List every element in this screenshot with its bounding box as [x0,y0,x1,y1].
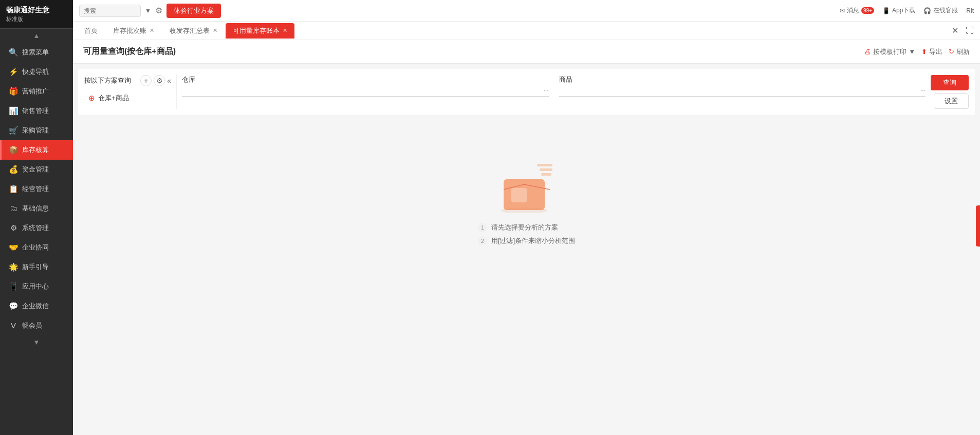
tab-close-all-btn[interactable]: ✕ [950,25,960,36]
warehouse-input-wrapper: ··· [182,86,549,97]
empty-illustration [496,161,558,213]
sidebar-item-system[interactable]: ⚙ 系统管理 [0,218,73,238]
handshake-icon: 🤝 [9,243,18,252]
sidebar-scroll-up[interactable]: ▲ [0,29,73,43]
tip-num-1: 1 [478,223,487,232]
topbar-settings-icon[interactable]: ⚙ [155,6,162,15]
tab-available-inventory[interactable]: 可用量库存账本 ✕ [226,23,294,39]
tab-close-icon[interactable]: ✕ [213,27,217,34]
gear-icon: ⚙ [9,223,18,233]
online-service-btn[interactable]: 🎧 在线客服 [923,6,958,15]
tab-close-icon[interactable]: ✕ [150,27,154,34]
chart-icon: 📊 [9,106,18,116]
page-title: 可用量查询(按仓库+商品) [83,46,176,57]
sidebar-item-operations[interactable]: 📋 经营管理 [0,179,73,199]
sidebar: 畅康通好生意 标准版 ▲ 🔍 搜索菜单 ⚡ 快捷导航 🎁 营销推广 📊 销售管理… [0,0,73,435]
scheme-settings-btn[interactable]: ⚙ [154,75,165,86]
print-action[interactable]: 🖨 按模板打印 ▼ [864,47,915,56]
sidebar-item-quicknav[interactable]: ⚡ 快捷导航 [0,62,73,82]
svg-rect-2 [541,173,551,176]
product-more-btn[interactable]: ··· [920,87,926,94]
tab-home[interactable]: 首页 [77,23,105,39]
tab-close-icon[interactable]: ✕ [283,27,287,34]
scheme-item-warehouse-product[interactable]: ⊕ 仓库+商品 [84,90,171,106]
sidebar-header: 畅康通好生意 标准版 [0,0,73,29]
sidebar-item-member[interactable]: V 畅会员 [0,316,73,335]
sidebar-item-newguide[interactable]: 🌟 新手引导 [0,257,73,277]
tab-inventory-batch[interactable]: 库存批次账 ✕ [106,23,161,39]
page-header-actions: 🖨 按模板打印 ▼ ⬆ 导出 ↻ 刷新 [864,47,970,56]
sidebar-item-wechat[interactable]: 💬 企业微信 [0,296,73,316]
refresh-icon: ↻ [949,48,954,55]
operations-icon: 📋 [9,184,18,194]
right-scrollbar-hint[interactable] [976,205,980,247]
username-display[interactable]: Rit [966,7,974,14]
sidebar-item-marketing[interactable]: 🎁 营销推广 [0,82,73,101]
chevron-down-icon: ▼ [909,48,915,55]
star-icon: 🌟 [9,262,18,272]
main-area: ▼ ⚙ 体验行业方案 ✉ 消息 99+ 📱 App下载 🎧 在线客服 Rit 首… [73,0,980,435]
refresh-action[interactable]: ↻ 刷新 [949,47,970,56]
sidebar-item-appcenter[interactable]: 📱 应用中心 [0,277,73,296]
empty-state: 1 请先选择要分析的方案 2 用[过滤]条件来缩小分析范围 [73,120,980,287]
chevron-down-icon: ▼ [145,7,151,14]
sidebar-item-basicinfo[interactable]: 🗂 基础信息 [0,199,73,218]
tab-stock-summary[interactable]: 收发存汇总表 ✕ [162,23,225,39]
scheme-add-btn[interactable]: + [140,75,152,86]
warehouse-field: 仓库 ··· [182,75,549,97]
empty-tip-1: 1 请先选择要分析的方案 [478,223,575,232]
money-icon: 💰 [9,165,18,174]
message-icon: ✉ [840,7,845,14]
scheme-collapse-btn[interactable]: « [167,77,171,85]
phone-icon: 📱 [882,7,890,14]
warehouse-more-btn[interactable]: ··· [543,87,548,94]
headset-icon: 🎧 [923,7,931,14]
product-field: 商品 ··· [559,75,926,97]
search-icon: 🔍 [9,48,18,57]
message-badge: 99+ [861,7,874,14]
page-content: 可用量查询(按仓库+商品) 🖨 按模板打印 ▼ ⬆ 导出 ↻ 刷新 [73,40,980,435]
info-icon: 🗂 [9,204,18,213]
page-header: 可用量查询(按仓库+商品) 🖨 按模板打印 ▼ ⬆ 导出 ↻ 刷新 [73,40,980,64]
sidebar-item-collab[interactable]: 🤝 企业协同 [0,238,73,257]
sidebar-item-purchase[interactable]: 🛒 采购管理 [0,121,73,140]
empty-illustration-svg [496,161,558,213]
scheme-panel: 按以下方案查询 + ⚙ « ⊕ 仓库+商品 [84,75,177,109]
topbar-dropdown[interactable]: ▼ [145,7,151,14]
settings-btn[interactable]: 设置 [934,93,969,109]
trial-btn[interactable]: 体验行业方案 [167,4,221,18]
sidebar-nav: ▲ 🔍 搜索菜单 ⚡ 快捷导航 🎁 营销推广 📊 销售管理 🛒 采购管理 📦 库… [0,29,73,435]
warehouse-label: 仓库 [182,75,549,84]
warehouse-input[interactable] [182,86,541,94]
scheme-panel-header: 按以下方案查询 + ⚙ « [84,75,171,86]
empty-tip-2: 2 用[过滤]条件来缩小分析范围 [478,236,575,245]
filter-fields: 仓库 ··· 商品 ··· [182,75,926,109]
topbar: ▼ ⚙ 体验行业方案 ✉ 消息 99+ 📱 App下载 🎧 在线客服 Rit [73,0,980,22]
sidebar-item-search[interactable]: 🔍 搜索菜单 [0,43,73,62]
cart-icon: 🛒 [9,126,18,135]
vip-icon: V [9,321,18,330]
sidebar-item-sales[interactable]: 📊 销售管理 [0,101,73,121]
filter-action-buttons: 查询 设置 [931,75,969,109]
product-input[interactable] [559,86,918,94]
sidebar-item-inventory[interactable]: 📦 库存核算 [0,140,73,160]
product-label: 商品 [559,75,926,84]
scheme-actions: + ⚙ « [140,75,171,86]
scheme-item-icon: ⊕ [88,93,95,103]
query-btn[interactable]: 查询 [931,75,969,90]
export-action[interactable]: ⬆ 导出 [921,47,942,56]
tip-num-2: 2 [478,236,487,245]
tab-expand-btn[interactable]: ⛶ [964,25,976,36]
sidebar-item-finance[interactable]: 💰 资金管理 [0,160,73,179]
sidebar-scroll-down[interactable]: ▼ [0,335,73,349]
svg-rect-0 [537,164,552,166]
topbar-search-input[interactable] [79,5,141,17]
app-download-btn[interactable]: 📱 App下载 [882,6,915,15]
message-btn[interactable]: ✉ 消息 99+ [840,6,874,15]
message-label: 消息 [847,6,859,15]
tabbar: 首页 库存批次账 ✕ 收发存汇总表 ✕ 可用量库存账本 ✕ ✕ ⛶ [73,22,980,40]
mobile-icon: 📱 [9,282,18,291]
flash-icon: ⚡ [9,67,18,77]
empty-tips: 1 请先选择要分析的方案 2 用[过滤]条件来缩小分析范围 [478,223,575,245]
app-name: 畅康通好生意 [6,5,67,15]
